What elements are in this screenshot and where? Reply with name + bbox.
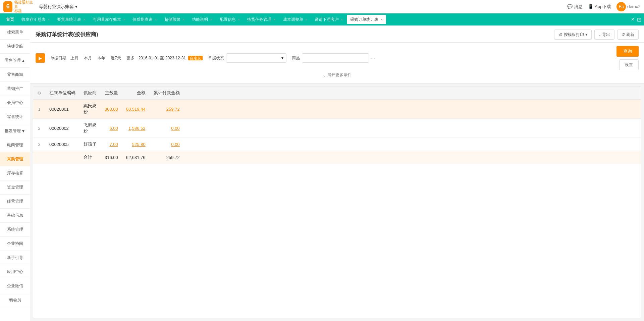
workspace-selector[interactable]: 母婴行业演示账套 ▾ bbox=[39, 4, 562, 10]
tab-home[interactable]: 首页 bbox=[3, 15, 17, 24]
tab-拣货任务管理[interactable]: 拣货任务管理 × bbox=[244, 15, 279, 24]
tab-close-icon[interactable]: × bbox=[155, 17, 157, 21]
cell-quantity[interactable]: 7.00 bbox=[101, 138, 122, 151]
page-title-row: 采购订单统计表(按供应商) 🖨 按模板打印 ▾ ↓ 导出 ↺ 刷新 bbox=[36, 30, 639, 40]
print-dropdown-icon: ▾ bbox=[585, 32, 587, 37]
sidebar-item-retail-shop[interactable]: 零售商城 bbox=[0, 68, 30, 82]
cell-paid[interactable]: 0.00 bbox=[150, 119, 184, 138]
sidebar-item-finance-mgmt[interactable]: 资金管理 bbox=[0, 180, 30, 195]
page-actions: 🖨 按模板打印 ▾ ↓ 导出 ↺ 刷新 bbox=[554, 30, 639, 40]
status-label: 单据状态 bbox=[208, 55, 224, 61]
shortcut-this-month[interactable]: 本月 bbox=[82, 55, 94, 62]
sidebar-item-inventory-accounting[interactable]: 库存核算 bbox=[0, 166, 30, 180]
col-settings[interactable]: ⚙ bbox=[33, 87, 45, 100]
table-row: 1 00020001 惠氏奶粉 303.00 60,519.44 259.72 bbox=[33, 100, 641, 119]
sidebar-item-operations-mgmt[interactable]: 经营管理 bbox=[0, 195, 30, 209]
shortcut-last-month[interactable]: 上月 bbox=[68, 55, 80, 62]
sidebar-item-enterprise-wechat[interactable]: 企业微信 bbox=[0, 279, 30, 293]
sidebar-item-enterprise-collab[interactable]: 企业协同 bbox=[0, 237, 30, 251]
tab-close-icon[interactable]: × bbox=[182, 17, 184, 21]
sidebar-item-wholesale-mgmt[interactable]: 批发管理 ▼ bbox=[0, 124, 30, 138]
tab-要货单统计表[interactable]: 要货单统计表 × bbox=[54, 15, 89, 24]
refresh-button[interactable]: ↺ 刷新 bbox=[617, 30, 639, 40]
cell-paid[interactable]: 0.00 bbox=[150, 138, 184, 151]
user-menu[interactable]: Ea demo2 bbox=[616, 2, 641, 11]
footer-label: 合计 bbox=[79, 151, 101, 164]
col-amount: 金额 bbox=[122, 87, 150, 100]
nav-tabs-controls: × ⊡ bbox=[631, 16, 641, 23]
sidebar-item-member-center[interactable]: 会员中心 bbox=[0, 96, 30, 110]
shortcut-more[interactable]: 更多 bbox=[124, 55, 137, 62]
col-code: 往来单位编码 bbox=[45, 87, 79, 100]
tab-采购订单统计表[interactable]: 采购订单统计表 × bbox=[347, 15, 386, 24]
tab-功能说明[interactable]: 功能说明 × bbox=[189, 15, 215, 24]
tab-可用量库存账本[interactable]: 可用量库存账本 × bbox=[90, 15, 128, 24]
print-button[interactable]: 🖨 按模板打印 ▾ bbox=[554, 30, 592, 40]
dropdown-icon: ▾ bbox=[75, 4, 77, 9]
tab-close-icon[interactable]: × bbox=[341, 17, 343, 21]
tab-成本调整单[interactable]: 成本调整单 × bbox=[280, 15, 311, 24]
close-all-icon[interactable]: × bbox=[631, 16, 634, 22]
row-num: 2 bbox=[33, 119, 45, 138]
footer-quantity: 316.00 bbox=[101, 151, 122, 164]
cell-extra bbox=[184, 138, 641, 151]
shortcut-7days[interactable]: 近7天 bbox=[109, 55, 123, 62]
tab-close-icon[interactable]: × bbox=[123, 17, 125, 21]
status-select[interactable]: ▾ bbox=[226, 53, 286, 63]
sidebar-item-retail-mgmt[interactable]: 零售管理 ▲ bbox=[0, 54, 30, 68]
tab-邀请下游客户[interactable]: 邀请下游客户 × bbox=[311, 15, 346, 24]
sidebar-item-system-mgmt[interactable]: 系统管理 bbox=[0, 223, 30, 237]
sidebar-item-newbie-guide[interactable]: 新手引导 bbox=[0, 251, 30, 265]
shortcut-this-year[interactable]: 本年 bbox=[95, 55, 107, 62]
tab-收发存汇总表[interactable]: 收发存汇总表 × bbox=[18, 15, 53, 24]
footer-empty-2 bbox=[45, 151, 79, 164]
sidebar-item-search[interactable]: 搜索菜单 bbox=[0, 25, 30, 40]
cell-paid[interactable]: 259.72 bbox=[150, 100, 184, 119]
sidebar-item-quick-nav[interactable]: 快捷导航 bbox=[0, 40, 30, 54]
message-button[interactable]: 💬 消息 bbox=[567, 4, 583, 10]
tab-配置信息[interactable]: 配置信息 × bbox=[216, 15, 243, 24]
filter-toggle-button[interactable]: ▶ bbox=[36, 53, 45, 63]
tab-close-icon[interactable]: × bbox=[238, 17, 240, 21]
expand-conditions-button[interactable]: ⌄ 展开更多条件 bbox=[323, 72, 352, 78]
logo-icon: 6 bbox=[3, 1, 12, 12]
tab-close-icon[interactable]: × bbox=[48, 17, 50, 21]
top-bar: 6 畅捷通好生意 标题 母婴行业演示账套 ▾ 💬 消息 📱 App下载 Ea d… bbox=[0, 0, 644, 13]
date-label: 单据日期 bbox=[50, 55, 66, 61]
tab-保质期查询[interactable]: 保质期查询 × bbox=[129, 15, 160, 24]
sidebar-item-retail-stats[interactable]: 零售统计 bbox=[0, 110, 30, 124]
tab-close-icon[interactable]: × bbox=[210, 17, 212, 21]
sidebar-item-basic-info[interactable]: 基础信息 bbox=[0, 209, 30, 223]
sidebar-item-purchase-mgmt[interactable]: 采购管理 bbox=[0, 152, 30, 166]
sidebar-item-member-vip[interactable]: 畅会员 bbox=[0, 293, 30, 307]
phone-icon: 📱 bbox=[588, 4, 593, 9]
settings-button[interactable]: 设置 bbox=[619, 59, 639, 70]
footer-empty-1 bbox=[33, 151, 45, 164]
cell-supplier: 飞鹤奶粉 bbox=[79, 119, 101, 138]
col-extra bbox=[184, 87, 641, 100]
restore-icon[interactable]: ⊡ bbox=[637, 16, 641, 23]
sidebar-item-marketing[interactable]: 营销推广 bbox=[0, 82, 30, 96]
cell-amount[interactable]: 1,586.52 bbox=[122, 119, 150, 138]
cell-amount[interactable]: 60,519.44 bbox=[122, 100, 150, 119]
col-supplier: 供应商 bbox=[79, 87, 101, 100]
goods-more-icon[interactable]: ··· bbox=[371, 56, 375, 61]
cell-quantity[interactable]: 6.00 bbox=[101, 119, 122, 138]
cell-amount[interactable]: 525.80 bbox=[122, 138, 150, 151]
export-button[interactable]: ↓ 导出 bbox=[594, 30, 614, 40]
tab-close-icon[interactable]: × bbox=[273, 17, 275, 21]
tab-close-icon[interactable]: × bbox=[305, 17, 307, 21]
row-num: 3 bbox=[33, 138, 45, 151]
chevron-up-icon: ▲ bbox=[21, 58, 25, 63]
query-button[interactable]: 查询 bbox=[616, 46, 639, 57]
sidebar-item-app-center[interactable]: 应用中心 bbox=[0, 265, 30, 279]
cell-quantity[interactable]: 303.00 bbox=[101, 100, 122, 119]
date-shortcuts: 上月 本月 本年 近7天 更多 bbox=[68, 55, 137, 62]
sidebar-item-ecommerce-mgmt[interactable]: 电商管理 bbox=[0, 138, 30, 152]
goods-input[interactable] bbox=[302, 53, 369, 63]
footer-amount: 62,631.76 bbox=[122, 151, 150, 164]
tab-超储预警[interactable]: 超储预警 × bbox=[161, 15, 188, 24]
app-download-button[interactable]: 📱 App下载 bbox=[588, 4, 611, 10]
tab-close-icon[interactable]: × bbox=[83, 17, 85, 21]
tab-close-active-icon[interactable]: × bbox=[380, 17, 382, 21]
